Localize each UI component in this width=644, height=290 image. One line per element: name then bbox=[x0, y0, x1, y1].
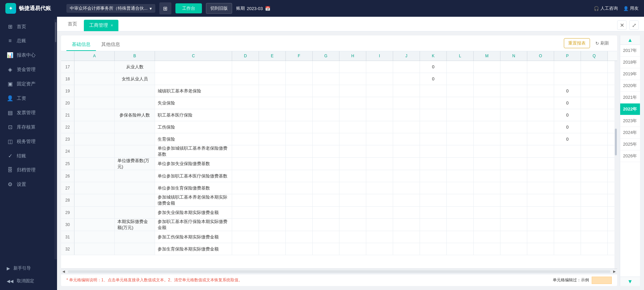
cell-25-d[interactable] bbox=[232, 158, 259, 170]
cell-29-q[interactable] bbox=[581, 207, 608, 218]
sidebar-item-archive[interactable]: 🗄 归档管理 bbox=[0, 163, 54, 177]
cell-31-b[interactable] bbox=[115, 231, 155, 243]
cell-18-f[interactable] bbox=[286, 73, 313, 85]
company-icon-btn[interactable]: ⊞ bbox=[159, 2, 171, 14]
cell-18-j[interactable] bbox=[393, 73, 420, 85]
cell-28-n[interactable] bbox=[500, 194, 527, 206]
tab-close-button[interactable]: ✕ bbox=[617, 20, 627, 30]
cell-19-p[interactable]: 0 bbox=[554, 85, 581, 97]
cell-31-q[interactable] bbox=[581, 231, 608, 243]
cell-18-c[interactable] bbox=[155, 73, 232, 85]
cell-28-m[interactable] bbox=[474, 194, 500, 206]
cell-27-i[interactable] bbox=[366, 182, 393, 194]
cell-23-c[interactable]: 生育保险 bbox=[155, 133, 232, 145]
cell-20-j[interactable] bbox=[393, 97, 420, 109]
cell-27-a[interactable] bbox=[74, 182, 115, 194]
cell-23-a[interactable] bbox=[74, 133, 115, 145]
table-body[interactable]: 17 从业人数 0 bbox=[61, 61, 614, 269]
cell-31-k[interactable] bbox=[420, 231, 447, 243]
cell-32-i[interactable] bbox=[366, 243, 393, 255]
sidebar-item-inventory[interactable]: ⊡ 库存核算 bbox=[0, 120, 54, 134]
cell-26-q[interactable] bbox=[581, 170, 608, 182]
cell-32-e[interactable] bbox=[259, 243, 286, 255]
cell-17-g[interactable] bbox=[313, 61, 339, 73]
cell-25-i[interactable] bbox=[366, 158, 393, 170]
cell-31-l[interactable] bbox=[447, 231, 474, 243]
horizontal-scrollbar[interactable]: ◀ ▶ bbox=[61, 269, 617, 274]
cell-26-h[interactable] bbox=[339, 170, 366, 182]
cell-28-b[interactable] bbox=[115, 194, 155, 206]
cell-23-e[interactable] bbox=[259, 133, 286, 145]
cell-27-g[interactable] bbox=[313, 182, 339, 194]
cell-23-l[interactable] bbox=[447, 133, 474, 145]
cell-26-b[interactable] bbox=[115, 170, 155, 182]
cell-24-h[interactable] bbox=[339, 145, 366, 157]
cell-28-o[interactable] bbox=[527, 194, 554, 206]
cell-29-j[interactable] bbox=[393, 207, 420, 218]
vertical-scrollbar[interactable] bbox=[614, 61, 617, 269]
cell-27-k[interactable] bbox=[420, 182, 447, 194]
cell-28-l[interactable] bbox=[447, 194, 474, 206]
cell-18-l[interactable] bbox=[447, 73, 474, 85]
cell-30-n[interactable] bbox=[500, 219, 527, 231]
cell-28-c[interactable]: 参加城镇职工基本养老保险本期实际缴费金额 bbox=[155, 194, 232, 206]
tab-expand-button[interactable]: ⤢ bbox=[629, 20, 639, 30]
cell-17-j[interactable] bbox=[393, 61, 420, 73]
cell-30-c[interactable]: 参加职工基本医疗保险本期实际缴费金额 bbox=[155, 219, 232, 231]
cell-25-a[interactable] bbox=[74, 158, 115, 170]
cell-18-g[interactable] bbox=[313, 73, 339, 85]
year-2019[interactable]: 2019年 bbox=[620, 68, 640, 80]
cell-18-q[interactable] bbox=[581, 73, 608, 85]
cell-17-p[interactable] bbox=[554, 61, 581, 73]
cell-23-g[interactable] bbox=[313, 133, 339, 145]
cell-26-j[interactable] bbox=[393, 170, 420, 182]
cell-32-q[interactable] bbox=[581, 243, 608, 255]
sidebar-item-home[interactable]: ⊞ 首页 bbox=[0, 19, 54, 34]
cell-21-h[interactable] bbox=[339, 109, 366, 121]
cell-17-q[interactable] bbox=[581, 61, 608, 73]
sidebar-item-assets[interactable]: ▣ 固定资产 bbox=[0, 77, 54, 91]
cell-19-k[interactable] bbox=[420, 85, 447, 97]
cell-17-h[interactable] bbox=[339, 61, 366, 73]
sidebar-item-settings[interactable]: ⚙ 设置 bbox=[0, 177, 54, 192]
cell-29-g[interactable] bbox=[313, 207, 339, 218]
year-2020[interactable]: 2020年 bbox=[620, 80, 640, 92]
cell-21-o[interactable] bbox=[527, 109, 554, 121]
cell-19-f[interactable] bbox=[286, 85, 313, 97]
cell-32-o[interactable] bbox=[527, 243, 554, 255]
cell-30-m[interactable] bbox=[474, 219, 500, 231]
cell-26-n[interactable] bbox=[500, 170, 527, 182]
cell-23-b[interactable] bbox=[115, 133, 155, 145]
sidebar-item-invoice[interactable]: ▤ 发票管理 bbox=[0, 105, 54, 120]
ai-consult-button[interactable]: 🎧 人工咨询 bbox=[594, 5, 618, 11]
cell-26-a[interactable] bbox=[74, 170, 115, 182]
cell-29-f[interactable] bbox=[286, 207, 313, 218]
cell-17-i[interactable] bbox=[366, 61, 393, 73]
cell-30-q[interactable] bbox=[581, 219, 608, 231]
cell-19-q[interactable] bbox=[581, 85, 608, 97]
switch-version-button[interactable]: 切到旧版 bbox=[206, 3, 232, 14]
sidebar-item-salary[interactable]: 👤 工资 bbox=[0, 91, 54, 105]
cell-20-d[interactable] bbox=[232, 97, 259, 109]
cell-20-n[interactable] bbox=[500, 97, 527, 109]
year-2018[interactable]: 2018年 bbox=[620, 57, 640, 68]
cell-31-o[interactable] bbox=[527, 231, 554, 243]
cell-25-m[interactable] bbox=[474, 158, 500, 170]
cell-24-n[interactable] bbox=[500, 145, 527, 157]
cell-22-p[interactable]: 0 bbox=[554, 121, 581, 133]
cell-27-m[interactable] bbox=[474, 182, 500, 194]
cell-25-p[interactable] bbox=[554, 158, 581, 170]
cell-28-h[interactable] bbox=[339, 194, 366, 206]
cell-26-p[interactable] bbox=[554, 170, 581, 182]
cell-29-d[interactable] bbox=[232, 207, 259, 218]
cell-32-a[interactable] bbox=[74, 243, 115, 255]
cell-22-c[interactable]: 工伤保险 bbox=[155, 121, 232, 133]
year-2022[interactable]: 2022年 bbox=[620, 103, 640, 115]
cell-24-c[interactable]: 单位参加城镇职工基本养老保险缴费基数 bbox=[155, 145, 232, 157]
cell-24-m[interactable] bbox=[474, 145, 500, 157]
cell-26-o[interactable] bbox=[527, 170, 554, 182]
cell-27-l[interactable] bbox=[447, 182, 474, 194]
cell-31-g[interactable] bbox=[313, 231, 339, 243]
cell-21-k[interactable] bbox=[420, 109, 447, 121]
cell-22-m[interactable] bbox=[474, 121, 500, 133]
